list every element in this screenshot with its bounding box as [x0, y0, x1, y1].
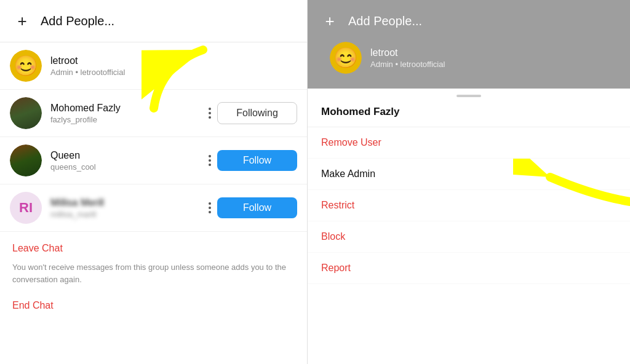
right-member-row-letroot: 😊 letroot Admin • letrootofficial [320, 39, 618, 80]
right-member-name-letroot: letroot [370, 47, 608, 58]
member-name-queen: Queen [50, 150, 202, 161]
member-name-mohomed: Mohomed Fazly [50, 103, 202, 114]
right-smiley-icon: 😊 [330, 42, 362, 74]
follow-button-millin[interactable]: Follow [217, 197, 297, 218]
dot [209, 164, 211, 166]
right-header: + Add People... 😊 letroot Admin • letroo… [308, 0, 630, 89]
block-button[interactable]: Block [308, 221, 630, 253]
right-add-people-row: + Add People... [320, 11, 618, 31]
dot [209, 112, 211, 114]
member-handle-queen: queens_cool [50, 162, 202, 172]
right-add-people-label: Add People... [348, 14, 422, 28]
follow-button-queen[interactable]: Follow [217, 150, 297, 171]
add-people-label: Add People... [41, 14, 114, 28]
dot [209, 116, 211, 119]
right-member-handle-letroot: Admin • letrootofficial [370, 60, 608, 69]
member-info-queen: Queen queens_cool [50, 150, 202, 172]
dot [209, 159, 211, 162]
add-people-button[interactable]: + Add People... [0, 0, 307, 42]
make-admin-button[interactable]: Make Admin [308, 159, 630, 190]
left-panel: + Add People... 😊 letroot Admin • letroo… [0, 0, 308, 364]
end-chat-button[interactable]: End Chat [0, 295, 307, 316]
member-row-millin: RI Millisa Merill millisa_marill Follow [0, 184, 307, 232]
following-button-mohomed[interactable]: Following [217, 102, 297, 124]
dot [209, 207, 211, 209]
member-row-mohomed: Mohomed Fazly fazlys_profile Following [0, 90, 307, 137]
dot [209, 211, 211, 213]
dot [209, 155, 211, 157]
right-member-info-letroot: letroot Admin • letrootofficial [370, 47, 608, 69]
remove-user-button[interactable]: Remove User [308, 127, 630, 159]
member-info-letroot: letroot Admin • letrootofficial [50, 55, 297, 77]
leave-chat-button[interactable]: Leave Chat [0, 232, 307, 259]
member-info-mohomed: Mohomed Fazly fazlys_profile [50, 103, 202, 124]
dots-menu-mohomed[interactable] [202, 103, 217, 124]
report-button[interactable]: Report [308, 253, 630, 284]
dots-menu-millin[interactable] [202, 197, 217, 218]
handle-bar [457, 95, 481, 97]
dot [209, 202, 211, 205]
member-name-millin: Millisa Merill [50, 197, 202, 208]
right-plus-icon: + [320, 11, 340, 31]
dots-menu-queen[interactable] [202, 150, 217, 171]
avatar-letroot: 😊 [10, 50, 42, 82]
plus-icon: + [12, 11, 32, 31]
member-row-letroot: 😊 letroot Admin • letrootofficial [0, 42, 307, 90]
member-name-letroot: letroot [50, 55, 297, 66]
sheet-handle [308, 89, 630, 101]
bottom-sheet: Mohomed Fazly Remove User Make Admin Res… [308, 89, 630, 364]
member-info-millin: Millisa Merill millisa_marill [50, 197, 202, 219]
avatar-queen [10, 144, 42, 176]
right-avatar-letroot: 😊 [330, 42, 362, 74]
avatar-mohomed [10, 97, 42, 129]
member-row-queen: Queen queens_cool Follow [0, 137, 307, 184]
member-handle-millin: millisa_marill [50, 210, 202, 219]
dot [209, 108, 211, 110]
member-handle-mohomed: fazlys_profile [50, 115, 202, 124]
sheet-username: Mohomed Fazly [308, 101, 630, 127]
leave-chat-description: You won't receive messages from this gro… [0, 259, 307, 295]
restrict-button[interactable]: Restrict [308, 190, 630, 221]
member-handle-letroot: Admin • letrootofficial [50, 68, 297, 77]
smiley-icon: 😊 [10, 50, 42, 82]
right-panel: + Add People... 😊 letroot Admin • letroo… [308, 0, 630, 364]
avatar-millin: RI [10, 192, 42, 224]
